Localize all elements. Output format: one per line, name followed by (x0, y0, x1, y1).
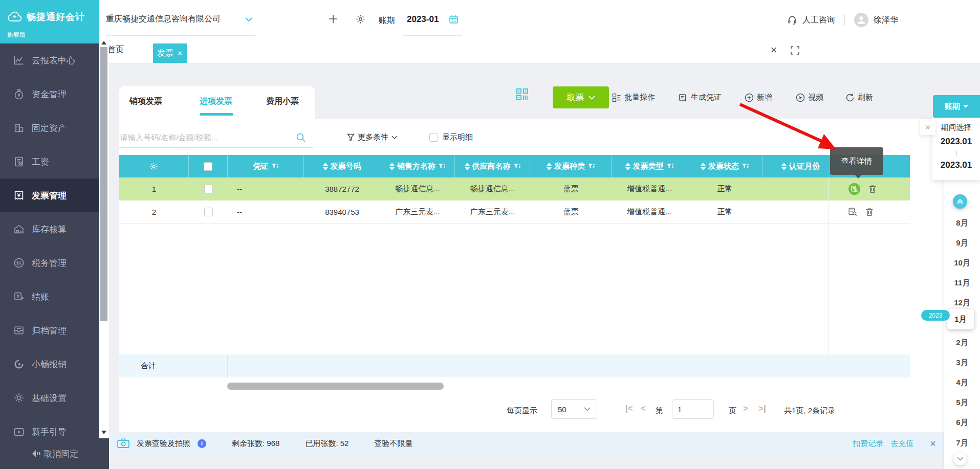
row-select-cell[interactable] (189, 177, 228, 200)
sort-icon[interactable] (389, 163, 395, 170)
sort-icon[interactable] (465, 163, 470, 170)
select-all-cell[interactable] (189, 155, 228, 177)
qr-scan-icon[interactable] (516, 88, 529, 101)
column-supplier[interactable]: 供应商名称 (455, 155, 530, 177)
column-invoice-type[interactable]: 发票类型 (612, 155, 687, 177)
sort-icon[interactable] (625, 163, 630, 170)
sort-icon[interactable] (547, 163, 552, 170)
show-detail-toggle[interactable]: 显示明细 (429, 132, 473, 142)
subtab-expense-receipt[interactable]: 费用小票 (266, 96, 299, 107)
search-icon[interactable] (296, 132, 306, 143)
close-window-icon[interactable]: × (767, 43, 781, 57)
tab-close-icon[interactable]: ✕ (177, 50, 183, 57)
fullscreen-icon[interactable] (791, 46, 799, 55)
tab-home[interactable]: 首页 (107, 44, 124, 55)
period-select-button[interactable]: 账期 (933, 95, 980, 118)
prev-page-button[interactable]: < (641, 404, 646, 414)
scroll-months-down-button[interactable] (953, 452, 967, 465)
gear-icon[interactable] (149, 162, 158, 171)
table-row[interactable]: 2 -- 83940753 广东三元麦... 广东三元麦... 蓝票 增值税普通… (119, 200, 910, 224)
sort-icon[interactable] (323, 163, 328, 170)
tab-invoice[interactable]: 发票 ✕ (153, 43, 187, 63)
column-invoice-status[interactable]: 发票状态 (687, 155, 763, 177)
column-voucher[interactable]: 凭证 (228, 155, 304, 177)
fee-record-link[interactable]: 扣费记录 (853, 439, 883, 449)
settings-gear-icon[interactable] (356, 14, 365, 24)
next-page-button[interactable]: > (743, 404, 748, 414)
add-invoice-button[interactable]: 新增 (745, 93, 772, 102)
filter-funnel-icon[interactable] (271, 163, 278, 170)
sort-icon[interactable] (701, 163, 706, 170)
horizontal-scrollbar-thumb[interactable] (227, 383, 444, 390)
get-invoice-button[interactable]: 取票 (553, 86, 609, 108)
avatar[interactable] (854, 13, 868, 27)
month-item[interactable]: 9月 (944, 238, 980, 248)
period-end[interactable]: 2023.01 (932, 160, 980, 170)
filter-funnel-icon[interactable] (438, 163, 445, 170)
sidebar-item-cloud-reports[interactable]: 云报表中心 (0, 43, 99, 77)
column-seller[interactable]: 销售方名称 (380, 155, 455, 177)
last-page-button[interactable]: >| (758, 404, 766, 414)
filter-funnel-icon[interactable] (742, 163, 749, 170)
scroll-up-arrow-icon[interactable] (101, 41, 106, 44)
sidebar-item-tax[interactable]: 税 税务管理 (0, 246, 99, 280)
period-value[interactable]: 2023-01 (407, 14, 439, 25)
month-item[interactable]: 6月 (944, 418, 980, 428)
sidebar-item-xiaochang-expense[interactable]: 小畅报销 (0, 347, 99, 381)
sidebar-item-archive[interactable]: 归档管理 (0, 314, 99, 347)
sidebar-item-settings[interactable]: 基础设置 (0, 381, 99, 415)
filter-funnel-icon[interactable] (513, 163, 520, 170)
unpin-sidebar-button[interactable]: 取消固定 (0, 438, 109, 469)
sidebar-scrollbar[interactable] (99, 38, 109, 438)
table-row[interactable]: 1 -- 38872772 畅捷通信息... 畅捷通信息... 蓝票 增值税普通… (119, 177, 910, 200)
month-item[interactable]: 11月 (944, 278, 980, 288)
month-item[interactable]: 8月 (944, 218, 980, 228)
filter-funnel-icon[interactable] (587, 163, 595, 170)
month-item[interactable]: 3月 (944, 358, 980, 368)
column-invoice-no[interactable]: 发票号码 (304, 155, 380, 177)
sidebar-item-fixed-assets[interactable]: 固定资产 (0, 111, 99, 145)
view-detail-icon[interactable] (848, 183, 860, 195)
batch-actions-button[interactable]: 批量操作 (612, 93, 655, 102)
company-chevron-down-icon[interactable] (245, 17, 252, 22)
row-checkbox[interactable] (204, 185, 213, 193)
add-account-icon[interactable] (328, 14, 338, 24)
row-checkbox[interactable] (204, 208, 213, 216)
sidebar-item-salary[interactable]: 工资 (0, 145, 99, 178)
collapse-panel-icon[interactable]: » (920, 119, 935, 135)
per-page-select[interactable]: 50 (551, 399, 597, 419)
sidebar-item-invoice-management[interactable]: 发票管理 (0, 178, 99, 212)
period-start[interactable]: 2023.01 (932, 137, 980, 147)
month-item[interactable]: 4月 (944, 378, 980, 388)
sort-icon[interactable] (781, 163, 787, 170)
view-detail-icon[interactable] (848, 208, 857, 216)
row-select-cell[interactable] (189, 200, 228, 223)
search-input[interactable] (119, 128, 288, 146)
filter-funnel-icon[interactable] (666, 163, 673, 170)
month-item[interactable]: 5月 (944, 398, 980, 408)
month-item[interactable]: 2月 (944, 338, 980, 348)
delete-icon[interactable] (865, 208, 874, 216)
show-detail-checkbox[interactable] (429, 133, 438, 142)
support-link[interactable]: 人工咨询 (802, 15, 835, 26)
calendar-icon[interactable] (449, 14, 459, 24)
recharge-link[interactable]: 去充值 (890, 439, 913, 449)
generate-voucher-button[interactable]: 生成凭证 (679, 93, 722, 102)
company-selector[interactable]: 重庆畅捷交通信息咨询有限公司 (106, 14, 221, 25)
month-item[interactable]: 12月 (944, 298, 980, 308)
video-help-button[interactable]: 视频 (796, 93, 823, 102)
select-all-checkbox[interactable] (204, 162, 212, 171)
refresh-button[interactable]: 刷新 (845, 93, 873, 102)
page-number-input[interactable] (672, 399, 714, 419)
month-item-selected[interactable]: 1月 (947, 309, 974, 329)
sidebar-item-inventory[interactable]: 库存核算 (0, 212, 99, 246)
first-page-button[interactable]: |< (625, 404, 633, 414)
column-invoice-kind[interactable]: 发票种类 (530, 155, 612, 177)
subtab-purchase-invoice[interactable]: 进项发票 (200, 96, 232, 107)
more-conditions-button[interactable]: 更多条件 (347, 132, 398, 142)
month-item[interactable]: 10月 (944, 258, 980, 268)
sidebar-item-funds[interactable]: 资金管理 (0, 77, 99, 111)
sidebar-item-closing[interactable]: 结账 (0, 280, 99, 314)
info-icon[interactable]: i (198, 439, 206, 448)
sidebar-scrollbar-thumb[interactable] (100, 47, 107, 321)
